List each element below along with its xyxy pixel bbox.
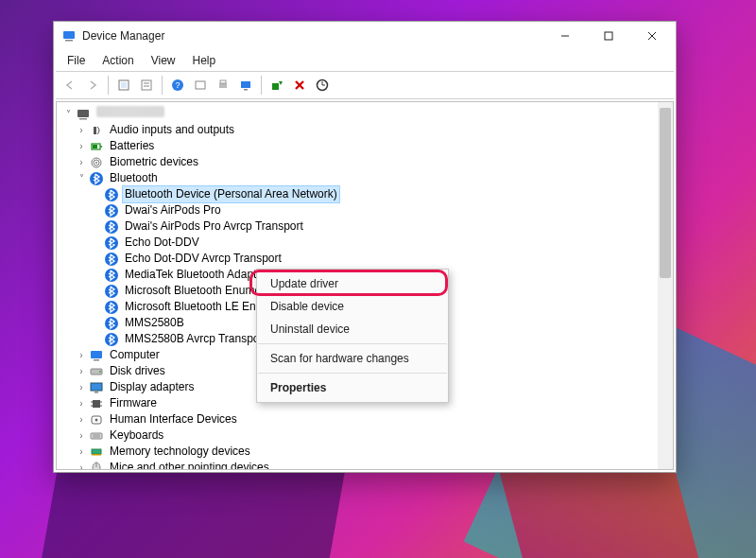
tree-item-child[interactable]: Bluetooth Device (Personal Area Network): [62, 186, 667, 202]
menu-help[interactable]: Help: [185, 52, 224, 69]
print-button[interactable]: [213, 75, 233, 96]
svg-rect-3: [605, 32, 612, 40]
tree-item-label: Dwai's AirPods Pro Avrcp Transport: [123, 218, 305, 235]
tree-item-label: Computer: [108, 347, 162, 363]
properties-toolbar-button[interactable]: [136, 75, 157, 96]
monitor-button[interactable]: [235, 75, 256, 96]
ctx-properties[interactable]: Properties: [257, 376, 448, 399]
tree-item-child[interactable]: Echo Dot-DDV Avrcp Transport: [62, 251, 667, 267]
forward-button[interactable]: [82, 75, 103, 96]
tree-item-label: Display adapters: [108, 379, 196, 395]
expand-icon[interactable]: [91, 186, 102, 202]
ctx-scan-hardware[interactable]: Scan for hardware changes: [257, 347, 448, 370]
expand-icon[interactable]: ›: [76, 411, 87, 427]
ctx-disable-device[interactable]: Disable device: [257, 295, 448, 318]
show-hidden-button[interactable]: [113, 75, 134, 96]
bluetooth-icon: [104, 252, 119, 267]
expand-icon[interactable]: [91, 283, 102, 299]
display-icon: [89, 380, 104, 395]
expand-icon[interactable]: ›: [76, 154, 87, 170]
tree-item-label: Memory technology devices: [108, 444, 252, 460]
tree-item-label: Mice and other pointing devices: [108, 460, 271, 469]
disk-icon: [89, 364, 104, 379]
tree-item-label: Bluetooth Device (Personal Area Network): [123, 186, 339, 202]
expand-icon[interactable]: [91, 235, 102, 251]
tree-root[interactable]: ˅: [62, 106, 667, 122]
svg-rect-8: [142, 80, 151, 90]
menu-view[interactable]: View: [144, 52, 183, 69]
tree-item-audio-inputs-and-outputs[interactable]: › Audio inputs and outputs: [62, 122, 667, 138]
expand-icon[interactable]: ˅: [76, 170, 87, 186]
svg-rect-14: [219, 83, 227, 88]
svg-rect-57: [92, 454, 101, 456]
back-button[interactable]: [60, 75, 80, 96]
tree-item-child[interactable]: Echo Dot-DDV: [62, 235, 667, 251]
expand-icon[interactable]: [91, 315, 102, 331]
vertical-scrollbar[interactable]: [658, 102, 673, 469]
speaker-icon: [89, 123, 104, 138]
svg-rect-16: [241, 81, 250, 88]
svg-rect-15: [220, 80, 226, 83]
close-button[interactable]: [630, 22, 674, 50]
expand-icon[interactable]: ›: [76, 460, 87, 469]
refresh-button[interactable]: [190, 75, 211, 96]
scrollbar-thumb[interactable]: [660, 108, 671, 278]
tree-item-label: [94, 106, 166, 122]
tree-item-human-interface-devices[interactable]: › Human Interface Devices: [62, 411, 667, 427]
ctx-uninstall-device[interactable]: Uninstall device: [257, 318, 448, 340]
expand-icon[interactable]: ›: [76, 138, 87, 154]
minimize-button[interactable]: [543, 22, 587, 50]
bluetooth-icon: [104, 187, 119, 202]
menu-action[interactable]: Action: [94, 52, 141, 69]
tree-item-child[interactable]: Dwai's AirPods Pro: [62, 202, 667, 218]
tree-item-label: Firmware: [108, 395, 159, 411]
tree-item-bluetooth[interactable]: ˅ Bluetooth: [62, 170, 667, 186]
ctx-sep: [258, 343, 447, 344]
expand-icon[interactable]: ›: [76, 444, 87, 460]
app-icon: [61, 28, 77, 44]
svg-point-43: [99, 371, 101, 373]
tree-item-label: Keyboards: [108, 427, 165, 444]
svg-rect-53: [91, 433, 102, 439]
tree-item-mice-and-other-pointing-devices[interactable]: › Mice and other pointing devices: [62, 460, 667, 469]
tree-item-biometric-devices[interactable]: › Biometric devices: [62, 154, 667, 170]
update-driver-toolbar-button[interactable]: [266, 75, 287, 96]
memory-icon: [89, 445, 104, 460]
expand-icon[interactable]: ›: [76, 427, 87, 444]
tree-item-keyboards[interactable]: › Keyboards: [62, 427, 667, 444]
tree-item-label: Echo Dot-DDV: [123, 235, 201, 251]
expand-icon[interactable]: ˅: [62, 106, 74, 122]
bluetooth-icon: [104, 203, 119, 218]
tree-item-label: Bluetooth: [108, 170, 160, 186]
svg-text:?: ?: [175, 80, 180, 90]
expand-icon[interactable]: ›: [76, 347, 87, 363]
expand-icon[interactable]: [91, 202, 102, 218]
expand-icon[interactable]: ›: [76, 363, 87, 379]
hid-icon: [89, 412, 104, 427]
expand-icon[interactable]: [91, 218, 102, 235]
bluetooth-icon: [104, 235, 119, 251]
help-button[interactable]: ?: [167, 75, 188, 96]
menu-file[interactable]: File: [60, 52, 93, 69]
ctx-update-driver[interactable]: Update driver: [257, 272, 448, 295]
uninstall-toolbar-button[interactable]: [289, 75, 310, 96]
expand-icon[interactable]: [91, 267, 102, 283]
expand-icon[interactable]: ›: [76, 379, 87, 395]
tree-item-child[interactable]: Dwai's AirPods Pro Avrcp Transport: [62, 218, 667, 235]
svg-rect-0: [63, 31, 75, 39]
expand-icon[interactable]: [91, 251, 102, 267]
expand-icon[interactable]: ›: [76, 395, 87, 411]
tree-item-label: Human Interface Devices: [108, 411, 239, 427]
bluetooth-icon: [89, 171, 104, 186]
expand-icon[interactable]: [91, 331, 102, 347]
scan-hardware-button[interactable]: [312, 75, 333, 96]
expand-icon[interactable]: [91, 299, 102, 315]
tree-item-memory-technology-devices[interactable]: › Memory technology devices: [62, 444, 667, 460]
tree-item-batteries[interactable]: › Batteries: [62, 138, 667, 154]
expand-icon[interactable]: ›: [76, 122, 87, 138]
maximize-button[interactable]: [587, 22, 630, 50]
toolbar: ?: [54, 72, 676, 98]
titlebar: Device Manager: [54, 22, 676, 50]
svg-rect-7: [121, 82, 127, 88]
fingerprint-icon: [89, 155, 104, 170]
